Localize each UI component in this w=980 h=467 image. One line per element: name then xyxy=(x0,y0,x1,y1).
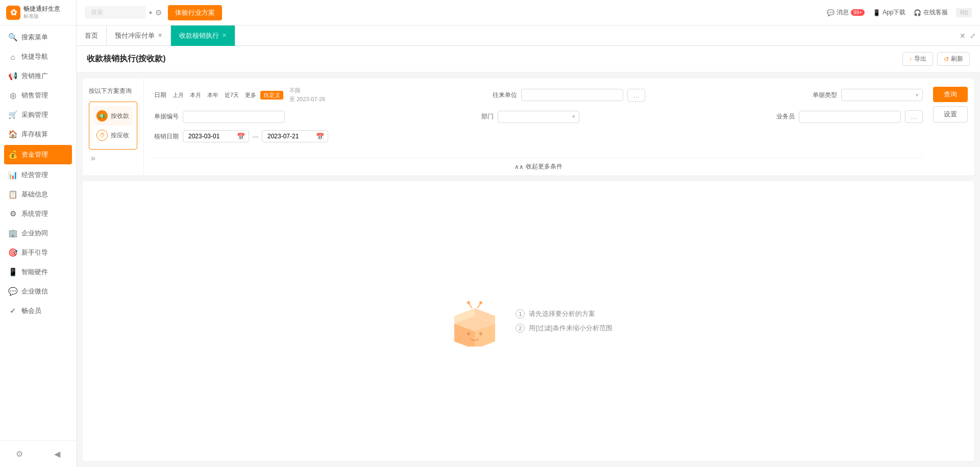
sidebar-collapse-btn[interactable]: ◀ xyxy=(50,445,64,463)
sidebar-item-member[interactable]: ✓ 畅会员 xyxy=(0,301,76,321)
settings-icon[interactable]: ⚙ xyxy=(155,8,162,17)
member-icon: ✓ xyxy=(8,306,17,315)
tab-home[interactable]: 首页 xyxy=(77,26,107,46)
hardware-icon: 📱 xyxy=(8,267,17,277)
query-btn[interactable]: 查询 xyxy=(933,87,968,102)
app-download-btn[interactable]: 📱 App下载 xyxy=(873,8,905,17)
sidebar-collapse-toggle[interactable]: » xyxy=(89,152,137,165)
doc-no-label: 单据编号 xyxy=(154,112,179,121)
guide-icon: 🎯 xyxy=(8,248,17,257)
sidebar-logo: ✿ 畅捷通好生意 标准版 xyxy=(0,0,76,26)
tab-collection[interactable]: 收款核销执行 ✕ xyxy=(171,26,235,46)
dept-select[interactable] xyxy=(498,111,579,123)
sidebar-item-guide[interactable]: 🎯 新手引导 xyxy=(0,243,76,262)
user-name[interactable]: Rit xyxy=(956,8,972,17)
sidebar-item-operations[interactable]: 📊 经营管理 xyxy=(0,165,76,185)
empty-hint-2: 2 用[过滤]条件来缩小分析范围 xyxy=(516,324,612,333)
sidebar-item-hardware[interactable]: 📱 智能硬件 xyxy=(0,262,76,282)
date-7days[interactable]: 近7天 xyxy=(223,91,241,100)
empty-state: 1 请先选择要分析的方案 2 用[过滤]条件来缩小分析范围 xyxy=(83,181,974,461)
partner-ellipsis-btn[interactable]: … xyxy=(627,89,645,102)
date-this-month[interactable]: 本月 xyxy=(188,91,203,100)
verify-date-start-wrap: 📅 xyxy=(183,130,249,142)
export-btn[interactable]: ↑ 导出 xyxy=(902,52,933,66)
sidebar-item-inventory[interactable]: 🏠 库存核算 xyxy=(0,125,76,144)
sidebar-item-system[interactable]: ⚙ 系统管理 xyxy=(0,204,76,224)
sidebar-item-finance[interactable]: 💰 资金管理 xyxy=(4,145,72,164)
sidebar-menu: 🔍 搜索菜单 ⌂ 快捷导航 📢 营销推广 ◎ 销售管理 🛒 采购管理 🏠 库存核… xyxy=(0,26,76,440)
sidebar-label-member: 畅会员 xyxy=(21,306,41,315)
sidebar-item-basic-info[interactable]: 📋 基础信息 xyxy=(0,185,76,204)
sidebar-item-marketing[interactable]: 📢 营销推广 xyxy=(0,66,76,86)
refresh-btn[interactable]: ↺ 刷新 xyxy=(937,52,970,66)
sidebar-item-enterprise[interactable]: 🏢 企业协同 xyxy=(0,224,76,243)
sales-icon: ◎ xyxy=(8,91,17,100)
app-edition: 标准版 xyxy=(23,13,60,20)
header-actions: 💬 消息 99+ 📱 App下载 🎧 在线客服 Rit xyxy=(827,8,972,17)
staff-input[interactable] xyxy=(799,111,901,123)
query-option-by-receipt[interactable]: 💵 按收款 xyxy=(93,106,133,126)
empty-hint-2-text: 用[过滤]条件来缩小分析范围 xyxy=(529,324,612,333)
sidebar-item-wechat[interactable]: 💬 企业微信 xyxy=(0,282,76,301)
date-last-month[interactable]: 上月 xyxy=(170,91,186,100)
staff-ellipsis-btn[interactable]: … xyxy=(905,110,923,123)
tab-expand-icon[interactable]: ⤢ xyxy=(970,32,976,40)
settings-btn[interactable]: 设置 xyxy=(933,106,968,122)
partner-input[interactable] xyxy=(521,89,623,101)
sidebar-label-marketing: 营销推广 xyxy=(21,71,48,81)
collapse-more-btn[interactable]: ∧∧ 收起更多条件 xyxy=(154,158,923,175)
query-option-by-receivable[interactable]: ⏱ 按应收 xyxy=(93,126,133,145)
query-sidebar: 按以下方案查询 💵 按收款 ⏱ 按应收 » xyxy=(83,79,144,175)
date-more[interactable]: 更多 xyxy=(243,91,258,100)
sidebar-label-finance: 资金管理 xyxy=(21,150,48,159)
empty-num-2: 2 xyxy=(516,324,525,333)
page-title: 收款核销执行(按收款) xyxy=(87,54,166,70)
app-download-label: App下载 xyxy=(883,8,905,17)
tab-close-all-icon[interactable]: ✕ xyxy=(960,32,966,40)
sidebar-item-sales[interactable]: ◎ 销售管理 xyxy=(0,86,76,105)
date-label: 日期 xyxy=(154,91,166,100)
content-area: 收款核销执行(按收款) ↑ 导出 ↺ 刷新 按以下方案查询 💵 xyxy=(77,46,980,467)
sidebar-label-search-menu: 搜索菜单 xyxy=(21,33,48,42)
empty-text: 1 请先选择要分析的方案 2 用[过滤]条件来缩小分析范围 xyxy=(516,309,612,333)
doc-type-select[interactable] xyxy=(841,89,923,101)
sidebar-settings-btn[interactable]: ⚙ xyxy=(12,445,27,463)
wechat-icon: 💬 xyxy=(8,287,17,296)
verify-date-field: 核销日期 📅 — 📅 xyxy=(154,130,328,142)
main-area: 搜索 ▾ ⚙ 体验行业方案 💬 消息 99+ 📱 App下载 🎧 在线客服 Ri… xyxy=(77,0,980,467)
sidebar-item-quick-nav[interactable]: ⌂ 快捷导航 xyxy=(0,47,76,66)
tab-prepay-close-icon[interactable]: ✕ xyxy=(158,32,162,39)
home-tab-label: 首页 xyxy=(85,31,98,40)
solution-btn[interactable]: 体验行业方案 xyxy=(168,5,222,20)
empty-hint-1: 1 请先选择要分析的方案 xyxy=(516,309,612,318)
sidebar: ✿ 畅捷通好生意 标准版 🔍 搜索菜单 ⌂ 快捷导航 📢 营销推广 ◎ 销售管理… xyxy=(0,0,77,467)
purchase-icon: 🛒 xyxy=(8,110,17,119)
sidebar-label-sales: 销售管理 xyxy=(21,91,48,100)
partner-field: 往来单位 … xyxy=(493,89,645,102)
sidebar-item-search-menu[interactable]: 🔍 搜索菜单 xyxy=(0,28,76,47)
doc-no-input[interactable] xyxy=(183,111,285,123)
empty-illustration xyxy=(444,296,495,347)
date-shortcuts: 上月 本月 本年 近7天 更多 自定义 xyxy=(170,91,283,100)
staff-field: 业务员 … xyxy=(776,110,923,123)
tab-prepay[interactable]: 预付冲应付单 ✕ xyxy=(107,26,171,46)
date-no-limit: 不限 xyxy=(289,87,325,94)
svg-point-5 xyxy=(467,332,470,335)
receivable-icon: ⏱ xyxy=(96,130,108,141)
date-this-year[interactable]: 本年 xyxy=(205,91,220,100)
customer-service-label: 在线客服 xyxy=(923,8,948,17)
sidebar-item-purchase[interactable]: 🛒 采购管理 xyxy=(0,105,76,125)
dept-field: 部门 ▾ xyxy=(481,111,579,123)
sidebar-label-wechat: 企业微信 xyxy=(21,287,48,296)
finance-icon: 💰 xyxy=(8,150,17,159)
customer-service-btn[interactable]: 🎧 在线客服 xyxy=(914,8,948,17)
date-field: 日期 上月 本月 本年 近7天 更多 自定义 不限 至 xyxy=(154,87,325,103)
tab-collection-close-icon[interactable]: ✕ xyxy=(222,32,227,39)
refresh-icon: ↺ xyxy=(944,56,949,63)
inventory-icon: 🏠 xyxy=(8,130,17,139)
message-btn[interactable]: 💬 消息 99+ xyxy=(827,8,865,17)
date-custom[interactable]: 自定义 xyxy=(260,91,283,100)
headset-icon: 🎧 xyxy=(914,9,921,16)
date-no-limit-wrap: 不限 至 2023-07-26 xyxy=(289,87,325,103)
dept-label: 部门 xyxy=(481,112,494,121)
